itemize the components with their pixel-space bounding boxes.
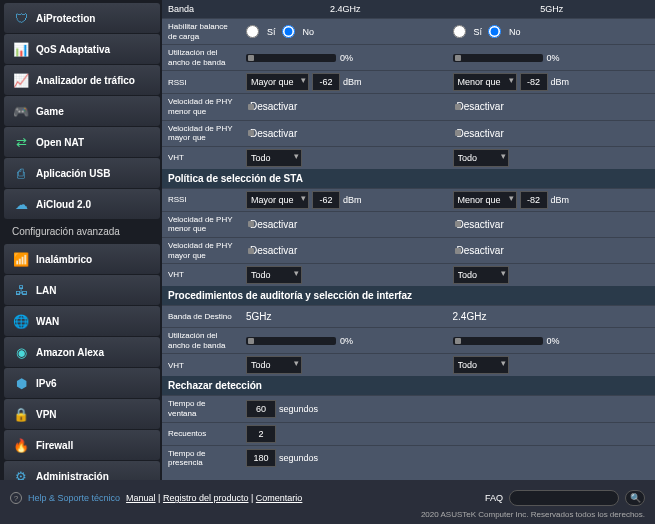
nav-ipv6[interactable]: ⬢IPv6 bbox=[4, 368, 160, 398]
nav-opennat[interactable]: ⇄Open NAT bbox=[4, 127, 160, 157]
wifi-icon: 📶 bbox=[12, 250, 30, 268]
rssi-sel-5[interactable]: Menor que bbox=[453, 73, 517, 91]
radio-si[interactable] bbox=[453, 25, 466, 38]
nav-traffic[interactable]: 📈Analizador de tráfico bbox=[4, 65, 160, 95]
band-header: Banda 2.4GHz 5GHz bbox=[162, 0, 655, 18]
alexa-icon: ◉ bbox=[12, 343, 30, 361]
reject-header: Rechazar detección bbox=[162, 376, 655, 395]
bw2-slider-5[interactable] bbox=[453, 337, 543, 345]
bw-slider-24[interactable] bbox=[246, 54, 336, 62]
nav-label: WAN bbox=[36, 316, 59, 327]
rssi2-sel-24[interactable]: Mayor que bbox=[246, 191, 309, 209]
presence-input[interactable] bbox=[246, 449, 276, 467]
help-icon[interactable]: ? bbox=[10, 492, 22, 504]
enable-balance-label: Habilitar balance de carga bbox=[162, 19, 242, 44]
vpn-icon: 🔒 bbox=[12, 405, 30, 423]
nav-vpn[interactable]: 🔒VPN bbox=[4, 399, 160, 429]
nav-label: QoS Adaptativa bbox=[36, 44, 110, 55]
vht-sel-5[interactable]: Todo bbox=[453, 149, 509, 167]
usb-icon: ⎙ bbox=[12, 164, 30, 182]
vht2-sel-24[interactable]: Todo bbox=[246, 266, 302, 284]
registro-link[interactable]: Registro del producto bbox=[163, 493, 249, 503]
nav-label: Amazon Alexa bbox=[36, 347, 104, 358]
counts-label: Recuentos bbox=[162, 426, 242, 442]
help-link[interactable]: Help & Soporte técnico bbox=[28, 493, 120, 503]
radio-no[interactable] bbox=[488, 25, 501, 38]
nav-label: Analizador de tráfico bbox=[36, 75, 135, 86]
bw2-slider-24[interactable] bbox=[246, 337, 336, 345]
vht2-sel-5[interactable]: Todo bbox=[453, 266, 509, 284]
gear-icon: ⚙ bbox=[12, 467, 30, 480]
nav-aiprotection[interactable]: 🛡AiProtection bbox=[4, 3, 160, 33]
presence-time-label: Tiempo de presencia bbox=[162, 446, 242, 471]
dest-band-5: 2.4GHz bbox=[453, 311, 487, 322]
lan-icon: 🖧 bbox=[12, 281, 30, 299]
balance-5-radio[interactable]: SíNo bbox=[453, 25, 521, 38]
nat-icon: ⇄ bbox=[12, 133, 30, 151]
globe-icon: 🌐 bbox=[12, 312, 30, 330]
shield-icon: 🛡 bbox=[12, 9, 30, 27]
counts-input[interactable] bbox=[246, 425, 276, 443]
nav-label: LAN bbox=[36, 285, 57, 296]
bw-util-label: Utilización del ancho de banda bbox=[162, 45, 242, 70]
phy-less-label2: Velocidad de PHY menor que bbox=[162, 212, 242, 237]
bw-pct: 0% bbox=[340, 53, 353, 63]
gauge-icon: 📊 bbox=[12, 40, 30, 58]
comentario-link[interactable]: Comentario bbox=[256, 493, 303, 503]
faq-link[interactable]: FAQ bbox=[485, 493, 503, 503]
nav-usb[interactable]: ⎙Aplicación USB bbox=[4, 158, 160, 188]
sidebar: 🛡AiProtection 📊QoS Adaptativa 📈Analizado… bbox=[0, 0, 162, 480]
main-panel: Banda 2.4GHz 5GHz Habilitar balance de c… bbox=[162, 0, 655, 480]
nav-label: Inalámbrico bbox=[36, 254, 92, 265]
nav-label: Game bbox=[36, 106, 64, 117]
manual-link[interactable]: Manual bbox=[126, 493, 156, 503]
copyright: 2020 ASUSTeK Computer Inc. Reservados to… bbox=[10, 508, 645, 521]
nav-qos[interactable]: 📊QoS Adaptativa bbox=[4, 34, 160, 64]
deact-text: Desactivar bbox=[250, 101, 297, 112]
dest-band-label: Banda de Destino bbox=[162, 309, 242, 325]
deact-text: Desactivar bbox=[457, 101, 504, 112]
bw-slider-5[interactable] bbox=[453, 54, 543, 62]
nav-aicloud[interactable]: ☁AiCloud 2.0 bbox=[4, 189, 160, 219]
window-input[interactable] bbox=[246, 400, 276, 418]
vht-sel-24[interactable]: Todo bbox=[246, 149, 302, 167]
audit-header: Procedimientos de auditoría y selección … bbox=[162, 286, 655, 305]
balance-24-radio[interactable]: SíNo bbox=[246, 25, 314, 38]
chart-icon: 📈 bbox=[12, 71, 30, 89]
sta-policy-header: Política de selección de STA bbox=[162, 169, 655, 188]
nav-wan[interactable]: 🌐WAN bbox=[4, 306, 160, 336]
rssi2-inp-5[interactable] bbox=[520, 191, 548, 209]
deact-text: Desactivar bbox=[250, 245, 297, 256]
search-input[interactable] bbox=[509, 490, 619, 506]
rssi2-inp-24[interactable] bbox=[312, 191, 340, 209]
search-button[interactable]: 🔍 bbox=[625, 490, 645, 506]
phy-less-label: Velocidad de PHY menor que bbox=[162, 94, 242, 119]
nav-label: VPN bbox=[36, 409, 57, 420]
nav-wireless[interactable]: 📶Inalámbrico bbox=[4, 244, 160, 274]
nav-label: Open NAT bbox=[36, 137, 84, 148]
bw-pct: 0% bbox=[547, 336, 560, 346]
nav-game[interactable]: 🎮Game bbox=[4, 96, 160, 126]
deact-text: Desactivar bbox=[457, 245, 504, 256]
bw-pct: 0% bbox=[547, 53, 560, 63]
radio-si[interactable] bbox=[246, 25, 259, 38]
radio-no[interactable] bbox=[282, 25, 295, 38]
nav-label: Firewall bbox=[36, 440, 73, 451]
rssi-sel-24[interactable]: Mayor que bbox=[246, 73, 309, 91]
deact-text: Desactivar bbox=[250, 128, 297, 139]
footer: ? Help & Soporte técnico Manual | Regist… bbox=[0, 485, 655, 524]
vht3-sel-5[interactable]: Todo bbox=[453, 356, 509, 374]
nav-alexa[interactable]: ◉Amazon Alexa bbox=[4, 337, 160, 367]
phy-greater-label2: Velocidad de PHY mayor que bbox=[162, 238, 242, 263]
rssi-inp-5[interactable] bbox=[520, 73, 548, 91]
bw-util-label2: Utilización del ancho de banda bbox=[162, 328, 242, 353]
footer-links: Manual | Registro del producto | Comenta… bbox=[126, 493, 302, 503]
nav-firewall[interactable]: 🔥Firewall bbox=[4, 430, 160, 460]
vht-label3: VHT bbox=[162, 358, 242, 374]
rssi-inp-24[interactable] bbox=[312, 73, 340, 91]
nav-admin[interactable]: ⚙Administración bbox=[4, 461, 160, 480]
advanced-title: Configuración avanzada bbox=[2, 220, 162, 243]
nav-lan[interactable]: 🖧LAN bbox=[4, 275, 160, 305]
rssi2-sel-5[interactable]: Menor que bbox=[453, 191, 517, 209]
vht3-sel-24[interactable]: Todo bbox=[246, 356, 302, 374]
